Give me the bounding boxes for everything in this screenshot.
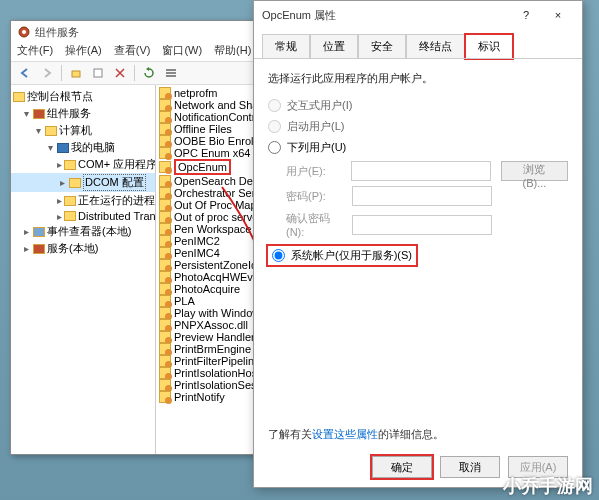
tab-endpoints[interactable]: 终结点 <box>406 34 465 59</box>
tree-node[interactable]: ▾我的电脑 <box>11 139 155 156</box>
list-item[interactable]: PenIMC4 <box>156 247 259 259</box>
confirm-password-input[interactable] <box>352 215 492 235</box>
list-item[interactable]: PhotoAcquire <box>156 283 259 295</box>
list-item[interactable]: netprofm <box>156 87 259 99</box>
list-item[interactable]: Pen Workspace Disco <box>156 223 259 235</box>
list-item[interactable]: OPC Enum x64 Catego <box>156 147 259 159</box>
tab-security[interactable]: 安全 <box>358 34 406 59</box>
list-item[interactable]: PenIMC2 <box>156 235 259 247</box>
close-button[interactable]: × <box>542 3 574 27</box>
up-button[interactable] <box>66 63 86 83</box>
user-input[interactable] <box>351 161 491 181</box>
menu-help[interactable]: 帮助(H) <box>214 43 251 61</box>
list-item-label: PenIMC4 <box>174 247 220 259</box>
tab-identity[interactable]: 标识 <box>465 34 513 59</box>
expander-icon[interactable]: ▸ <box>57 177 67 188</box>
tree-node[interactable]: ▾组件服务 <box>11 105 155 122</box>
tree-node[interactable]: ▸COM+ 应用程序 <box>11 156 155 173</box>
list-item[interactable]: PrintBrmEngine <box>156 343 259 355</box>
tree-label: COM+ 应用程序 <box>78 157 156 172</box>
menu-action[interactable]: 操作(A) <box>65 43 102 61</box>
props-button[interactable] <box>88 63 108 83</box>
radio-label: 系统帐户(仅用于服务)(S) <box>291 248 412 263</box>
tab-body: 选择运行此应用程序的用户帐户。 交互式用户(I) 启动用户(L) 下列用户(U)… <box>254 58 582 486</box>
delete-button[interactable] <box>110 63 130 83</box>
ok-button[interactable]: 确定 <box>372 456 432 478</box>
component-icon <box>159 199 171 211</box>
list-item-label: PrintFilterPipelineSvc <box>174 355 259 367</box>
list-item[interactable]: PhotoAcqHWEventHan <box>156 271 259 283</box>
list-item-label: PhotoAcqHWEventHan <box>174 271 259 283</box>
cancel-button[interactable]: 取消 <box>440 456 500 478</box>
list-item[interactable]: Orchestrator Service <box>156 187 259 199</box>
back-button[interactable] <box>15 63 35 83</box>
expander-icon[interactable]: ▾ <box>45 142 55 153</box>
list-item[interactable]: PrintFilterPipelineSvc <box>156 355 259 367</box>
list-item[interactable]: PLA <box>156 295 259 307</box>
list-item[interactable]: Out of proc server to <box>156 211 259 223</box>
list-item[interactable]: Offline Files <box>156 123 259 135</box>
tabstrip: 常规 位置 安全 终结点 标识 <box>254 29 582 58</box>
list-item[interactable]: OOBE Bio Enrollment <box>156 135 259 147</box>
component-icon <box>159 211 171 223</box>
radio-label: 启动用户(L) <box>287 119 344 134</box>
expander-icon[interactable]: ▾ <box>33 125 43 136</box>
list-item[interactable]: PrintNotify <box>156 391 259 403</box>
expander-icon[interactable]: ▸ <box>57 211 62 222</box>
list-button[interactable] <box>161 63 181 83</box>
list-item-opcenum[interactable]: OpcEnum <box>156 159 259 175</box>
list-item[interactable]: Out Of Proc Mapi Han <box>156 199 259 211</box>
radio-system-account[interactable]: 系统帐户(仅用于服务)(S) <box>268 246 416 265</box>
expander-icon[interactable]: ▸ <box>57 195 62 206</box>
list-item[interactable]: PersistentZoneIdentifi <box>156 259 259 271</box>
user-credentials-group: 用户(E): 浏览(B)... 密码(P): 确认密码(N): <box>286 161 568 238</box>
help-button[interactable]: ? <box>510 3 542 27</box>
list-item[interactable]: PrintIsolationSessionHo <box>156 379 259 391</box>
radio-input[interactable] <box>268 141 281 154</box>
svg-rect-3 <box>94 69 102 77</box>
tree-node[interactable]: ▾计算机 <box>11 122 155 139</box>
radio-input <box>268 99 281 112</box>
list-item[interactable]: PNPXAssoc.dll <box>156 319 259 331</box>
menu-file[interactable]: 文件(F) <box>17 43 53 61</box>
list-item-label: OpenSearch Descriptio <box>174 175 259 187</box>
radio-this-user[interactable]: 下列用户(U) <box>268 140 568 155</box>
password-input[interactable] <box>352 186 492 206</box>
forward-button[interactable] <box>37 63 57 83</box>
dialog-titlebar[interactable]: OpcEnum 属性 ? × <box>254 1 582 29</box>
tree-node-selected[interactable]: ▸DCOM 配置 <box>11 173 155 192</box>
expander-icon[interactable]: ▸ <box>21 243 31 254</box>
tree-root[interactable]: 控制台根节点 <box>11 88 155 105</box>
list-item[interactable]: PrintIsolationHost <box>156 367 259 379</box>
list-item-label: PLA <box>174 295 195 307</box>
tab-location[interactable]: 位置 <box>310 34 358 59</box>
tree-label: 组件服务 <box>47 106 91 121</box>
expander-icon[interactable]: ▾ <box>21 108 31 119</box>
svg-rect-6 <box>166 75 176 77</box>
list-item[interactable]: NotificationController A <box>156 111 259 123</box>
list-item[interactable]: Network and Sharing C <box>156 99 259 111</box>
mmc-body: 控制台根节点 ▾组件服务 ▾计算机 ▾我的电脑 ▸COM+ 应用程序 ▸DCOM… <box>11 85 259 454</box>
expander-icon[interactable]: ▸ <box>57 159 62 170</box>
folder-icon <box>45 126 57 136</box>
tree-node[interactable]: ▸正在运行的进程 <box>11 192 155 209</box>
list-pane[interactable]: netprofmNetwork and Sharing CNotificatio… <box>156 85 259 454</box>
info-link[interactable]: 设置这些属性 <box>312 428 378 440</box>
list-item[interactable]: Preview Handler Surro <box>156 331 259 343</box>
radio-input[interactable] <box>272 249 285 262</box>
menu-view[interactable]: 查看(V) <box>114 43 151 61</box>
tree-node[interactable]: ▸事件查看器(本地) <box>11 223 155 240</box>
menu-window[interactable]: 窗口(W) <box>162 43 202 61</box>
refresh-button[interactable] <box>139 63 159 83</box>
list-item[interactable]: Play with Windows Me <box>156 307 259 319</box>
list-item[interactable]: OpenSearch Descriptio <box>156 175 259 187</box>
tree-node[interactable]: ▸服务(本地) <box>11 240 155 257</box>
list-item-label: PrintIsolationSessionHo <box>174 379 259 391</box>
expander-icon[interactable]: ▸ <box>21 226 31 237</box>
browse-button[interactable]: 浏览(B)... <box>501 161 568 181</box>
tree-node[interactable]: ▸Distributed Tran <box>11 209 155 223</box>
tree-pane[interactable]: 控制台根节点 ▾组件服务 ▾计算机 ▾我的电脑 ▸COM+ 应用程序 ▸DCOM… <box>11 85 156 454</box>
separator <box>134 65 135 81</box>
radio-interactive-user: 交互式用户(I) <box>268 98 568 113</box>
tab-general[interactable]: 常规 <box>262 34 310 59</box>
